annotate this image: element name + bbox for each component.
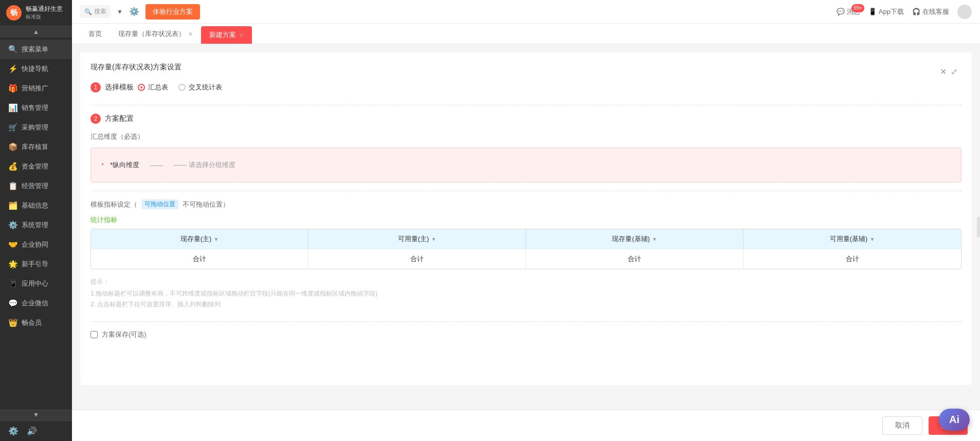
inventory-icon: 📦 bbox=[8, 142, 17, 152]
sidebar: 畅 畅赢通好生意 标准版 ▲ 🔍 搜索菜单 ⚡ 快捷导航 🎁 营销推广 📊 销售… bbox=[0, 0, 72, 441]
sidebar-item-quick-nav[interactable]: ⚡ 快捷导航 bbox=[0, 59, 72, 79]
sales-icon: 📊 bbox=[8, 103, 17, 113]
sidebar-item-marketing[interactable]: 🎁 营销推广 bbox=[0, 79, 72, 98]
template-config-text: 模板指标设定（ bbox=[90, 200, 137, 209]
stats-table-header: 现存量(主) ▼ 可用量(主) ▼ 现存量(基辅) ▼ bbox=[91, 229, 961, 249]
vertical-dimension-area[interactable]: * *纵向维度 —— —— 请选择分组维度 bbox=[90, 148, 961, 182]
tip-item-0: 1.拖动标题栏可以调整布局，不可跨维度或指标区域拖动栏目字段(只能在同一维度或指… bbox=[90, 289, 961, 298]
dropdown-chevron-icon: ▼ bbox=[117, 8, 123, 15]
tab-inventory-label: 现存量（库存状况表） bbox=[118, 29, 185, 39]
finance-icon: 💰 bbox=[8, 162, 17, 171]
app-download-label: App下载 bbox=[879, 7, 904, 16]
sidebar-item-app-center[interactable]: 📱 应用中心 bbox=[0, 274, 72, 293]
download-icon: 📱 bbox=[868, 8, 877, 15]
user-avatar[interactable] bbox=[957, 5, 972, 19]
online-support-label: 在线客服 bbox=[922, 7, 949, 16]
sidebar-item-label: 经营管理 bbox=[22, 181, 48, 191]
settings-panel: 现存量(库存状况表)方案设置 ✕ ⤢ 1 选择模板 汇总表 bbox=[80, 52, 972, 385]
stats-title: 统计指标 bbox=[90, 215, 961, 225]
sidebar-item-label: 新手引导 bbox=[22, 260, 48, 269]
stats-cell-2: 合计 bbox=[526, 249, 743, 269]
sidebar-item-wechat[interactable]: 💬 企业微信 bbox=[0, 293, 72, 313]
col-header-1[interactable]: 可用量(主) ▼ bbox=[308, 229, 526, 249]
save-checkbox[interactable] bbox=[90, 331, 98, 338]
template-radio-group: 汇总表 交叉统计表 bbox=[138, 83, 222, 92]
step2-title: 方案配置 bbox=[105, 114, 134, 123]
operation-icon: 📋 bbox=[8, 181, 17, 191]
topbar-dropdown[interactable]: ▼ bbox=[117, 8, 123, 15]
sidebar-scroll-up[interactable]: ▲ bbox=[0, 26, 72, 38]
section-divider-2 bbox=[90, 191, 961, 191]
sidebar-item-purchase[interactable]: 🛒 采购管理 bbox=[0, 118, 72, 137]
quick-nav-icon: ⚡ bbox=[8, 64, 17, 74]
tab-home[interactable]: 首页 bbox=[80, 25, 110, 44]
tips-section: 提示： 1.拖动标题栏可以调整布局，不可跨维度或指标区域拖动栏目字段(只能在同一… bbox=[90, 278, 961, 309]
col-label-2: 现存量(基辅) bbox=[612, 234, 650, 244]
gear-icon[interactable]: ⚙️ bbox=[129, 7, 139, 16]
col-header-0[interactable]: 现存量(主) ▼ bbox=[91, 229, 308, 249]
sidebar-item-inventory[interactable]: 📦 库存核算 bbox=[0, 137, 72, 157]
sidebar-item-label: 库存核算 bbox=[22, 142, 48, 152]
tab-new-scheme[interactable]: 新建方案 ✕ bbox=[201, 26, 252, 44]
sidebar-scroll-down[interactable]: ▼ bbox=[0, 409, 72, 420]
search-icon: 🔍 bbox=[84, 8, 92, 15]
col-header-3[interactable]: 可用量(基辅) ▼ bbox=[743, 229, 961, 249]
resize-handle[interactable] bbox=[977, 217, 980, 237]
settings-icon[interactable]: ⚙️ bbox=[8, 426, 19, 436]
sidebar-footer: ⚙️ 🔊 bbox=[0, 420, 72, 441]
no-drag-text: 不可拖动位置） bbox=[183, 200, 229, 209]
radio-summary-circle bbox=[138, 84, 145, 91]
tab-inventory-close-icon[interactable]: ✕ bbox=[188, 31, 193, 38]
cta-button[interactable]: 体验行业方案 bbox=[146, 4, 200, 20]
required-star: * bbox=[101, 161, 104, 169]
radio-summary[interactable]: 汇总表 bbox=[138, 83, 168, 92]
sidebar-item-label: 采购管理 bbox=[22, 123, 48, 132]
sidebar-item-enterprise[interactable]: 🤝 企业协同 bbox=[0, 235, 72, 254]
radio-cross[interactable]: 交叉统计表 bbox=[178, 83, 222, 92]
main-area: 🔍 搜索 ▼ ⚙️ 体验行业方案 💬 消息 99+ 📱 App下载 🎧 在线客服 bbox=[72, 0, 980, 441]
messages-badge: 99+ bbox=[851, 4, 864, 12]
sidebar-item-finance[interactable]: 💰 资金管理 bbox=[0, 157, 72, 176]
save-option: 方案保存(可选) bbox=[90, 330, 961, 339]
dash-separator: —— bbox=[150, 161, 163, 169]
new-guide-icon: 🌟 bbox=[8, 260, 17, 269]
save-option-label: 方案保存(可选) bbox=[102, 330, 147, 339]
cancel-button[interactable]: 取消 bbox=[882, 416, 922, 435]
message-icon: 💬 bbox=[837, 8, 845, 15]
close-panel-icon[interactable]: ✕ bbox=[940, 67, 947, 77]
sound-icon[interactable]: 🔊 bbox=[27, 426, 37, 436]
online-support-button[interactable]: 🎧 在线客服 bbox=[912, 7, 949, 16]
sidebar-item-sales[interactable]: 📊 销售管理 bbox=[0, 98, 72, 118]
dimension-placeholder: —— 请选择分组维度 bbox=[173, 160, 235, 170]
sidebar-item-system[interactable]: ⚙️ 系统管理 bbox=[0, 215, 72, 235]
messages-button[interactable]: 💬 消息 99+ bbox=[837, 7, 860, 16]
sidebar-item-member[interactable]: 👑 畅会员 bbox=[0, 313, 72, 333]
enterprise-icon: 🤝 bbox=[8, 240, 17, 249]
topbar: 🔍 搜索 ▼ ⚙️ 体验行业方案 💬 消息 99+ 📱 App下载 🎧 在线客服 bbox=[72, 0, 980, 24]
tab-inventory-status[interactable]: 现存量（库存状况表） ✕ bbox=[110, 25, 201, 44]
sidebar-item-label: 销售管理 bbox=[22, 103, 48, 113]
radio-cross-circle bbox=[178, 84, 186, 91]
topbar-search[interactable]: 🔍 搜索 bbox=[80, 5, 111, 18]
step1-section: 1 选择模板 汇总表 交叉统计表 bbox=[90, 82, 961, 93]
sidebar-item-search-menu[interactable]: 🔍 搜索菜单 bbox=[0, 40, 72, 59]
expand-panel-icon[interactable]: ⤢ bbox=[951, 67, 957, 77]
sidebar-item-operation[interactable]: 📋 经营管理 bbox=[0, 176, 72, 196]
tab-new-close-icon[interactable]: ✕ bbox=[239, 32, 244, 39]
sidebar-item-basic-info[interactable]: 🗂️ 基础信息 bbox=[0, 196, 72, 215]
col-label-3: 可用量(基辅) bbox=[830, 234, 868, 244]
bottom-bar: 取消 查询 bbox=[72, 410, 980, 441]
col-chevron-1: ▼ bbox=[431, 236, 436, 242]
ai-bubble[interactable]: Ai bbox=[939, 409, 970, 431]
tabbar: 首页 现存量（库存状况表） ✕ 新建方案 ✕ bbox=[72, 24, 980, 44]
panel-controls: ✕ ⤢ bbox=[940, 67, 957, 77]
purchase-icon: 🛒 bbox=[8, 123, 17, 132]
app-download-button[interactable]: 📱 App下载 bbox=[868, 7, 904, 16]
col-header-2[interactable]: 现存量(基辅) ▼ bbox=[526, 229, 743, 249]
col-label-0: 现存量(主) bbox=[180, 234, 212, 244]
summary-dimension-label: 汇总维度（必选） bbox=[90, 132, 961, 141]
tip-text-1: 2. 点击标题栏下拉可设置排序、插入列和删除列 bbox=[90, 300, 221, 309]
drag-badge: 可拖动位置 bbox=[141, 199, 178, 209]
sidebar-item-new-guide[interactable]: 🌟 新手引导 bbox=[0, 254, 72, 274]
tips-title: 提示： bbox=[90, 278, 961, 286]
